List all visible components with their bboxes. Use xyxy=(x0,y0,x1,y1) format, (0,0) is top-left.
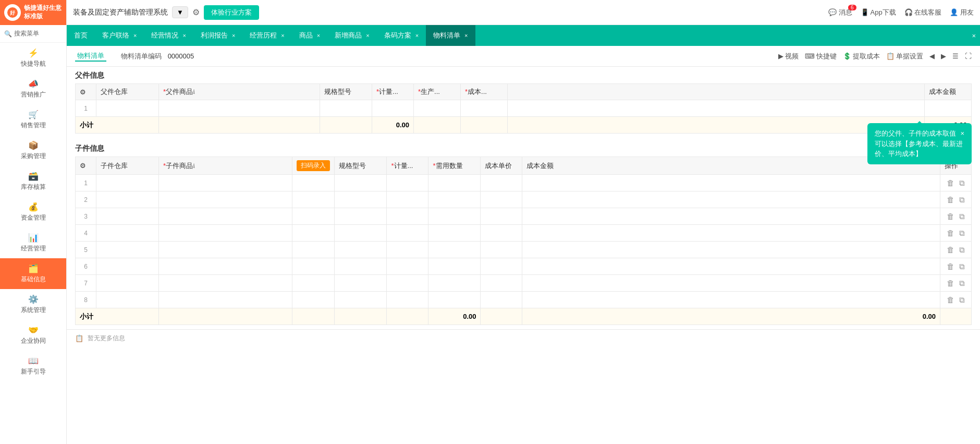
expand-icon[interactable]: ⛶ xyxy=(965,52,972,60)
scan-btn[interactable]: 扫码录入 xyxy=(297,160,330,171)
user-area[interactable]: 👤 用友 xyxy=(950,8,974,17)
tab-customer[interactable]: 客户联络 × xyxy=(95,25,144,46)
child-row-5-goods[interactable] xyxy=(159,242,292,258)
child-row-7-spec[interactable] xyxy=(335,275,387,292)
tab-history-close[interactable]: × xyxy=(281,32,284,39)
child-row-8-delete-btn[interactable]: 🗑 xyxy=(945,295,956,304)
child-row-7-warehouse[interactable] xyxy=(96,275,159,292)
extract-cost-btn[interactable]: 💲 提取成本 xyxy=(843,52,880,61)
tab-home[interactable]: 首页 xyxy=(67,25,95,46)
sidebar-item-operation[interactable]: 📊 经营管理 xyxy=(0,227,66,258)
child-row-2-spec[interactable] xyxy=(335,191,387,208)
parent-row-1-cost[interactable] xyxy=(461,100,508,117)
child-row-5-warehouse[interactable] xyxy=(96,242,159,258)
child-row-3-unit[interactable] xyxy=(387,208,428,225)
child-row-6-spec[interactable] xyxy=(335,258,387,275)
trial-btn[interactable]: 体验行业方案 xyxy=(204,5,259,20)
child-row-2-unit[interactable] xyxy=(387,191,428,208)
child-col-gear[interactable]: ⚙ xyxy=(76,157,96,175)
tab-goods-close[interactable]: × xyxy=(317,32,320,39)
child-row-4-unit[interactable] xyxy=(387,225,428,242)
parent-row-1-unit[interactable] xyxy=(372,100,414,117)
sidebar-item-system[interactable]: ⚙️ 系统管理 xyxy=(0,289,66,320)
close-all-tabs[interactable]: × xyxy=(967,25,980,46)
child-row-4-goods[interactable] xyxy=(159,225,292,242)
child-row-1-unit[interactable] xyxy=(387,175,428,191)
system-selector[interactable]: ▼ xyxy=(172,6,188,18)
tooltip-close-btn[interactable]: × xyxy=(960,128,964,139)
child-row-1-qty[interactable] xyxy=(428,175,481,191)
sidebar-item-guide[interactable]: 📖 新手引导 xyxy=(0,351,66,381)
sidebar-item-inventory[interactable]: 🗃️ 库存核算 xyxy=(0,166,66,197)
child-row-7-qty[interactable] xyxy=(428,275,481,292)
child-row-5-delete-btn[interactable]: 🗑 xyxy=(945,245,956,254)
tab-history[interactable]: 经营历程 × xyxy=(242,25,291,46)
child-row-3-price[interactable] xyxy=(481,208,522,225)
child-row-6-unit[interactable] xyxy=(387,258,428,275)
subtab-bom-code[interactable]: 物料清单编码 0000005 xyxy=(119,52,196,61)
child-row-8-warehouse[interactable] xyxy=(96,292,159,308)
tab-new-goods[interactable]: 新增商品 × xyxy=(327,25,376,46)
parent-row-1-spec[interactable] xyxy=(320,100,372,117)
child-row-8-qty[interactable] xyxy=(428,292,481,308)
child-row-1-copy-btn[interactable]: ⧉ xyxy=(958,178,966,188)
child-row-6-copy-btn[interactable]: ⧉ xyxy=(958,262,966,271)
tab-bom[interactable]: 物料清单 × xyxy=(426,25,475,46)
shortcut-btn[interactable]: ⌨ 快捷键 xyxy=(805,52,837,61)
gear-icon[interactable]: ⚙ xyxy=(192,7,200,17)
child-row-5-qty[interactable] xyxy=(428,242,481,258)
child-row-6-price[interactable] xyxy=(481,258,522,275)
child-row-7-price[interactable] xyxy=(481,275,522,292)
child-row-1-spec[interactable] xyxy=(335,175,387,191)
child-row-1-goods[interactable] xyxy=(159,175,292,191)
child-row-6-warehouse[interactable] xyxy=(96,258,159,275)
child-row-4-copy-btn[interactable]: ⧉ xyxy=(958,229,966,238)
child-row-8-unit[interactable] xyxy=(387,292,428,308)
tab-new-goods-close[interactable]: × xyxy=(366,32,369,39)
child-row-3-copy-btn[interactable]: ⧉ xyxy=(958,212,966,221)
tab-profit[interactable]: 利润报告 × xyxy=(193,25,242,46)
sidebar-item-sales[interactable]: 🛒 销售管理 xyxy=(0,104,66,135)
child-row-7-copy-btn[interactable]: ⧉ xyxy=(958,279,966,288)
sidebar-item-marketing[interactable]: 📣 营销推广 xyxy=(0,74,66,104)
child-row-1-price[interactable] xyxy=(481,175,522,191)
menu-icon[interactable]: ☰ xyxy=(952,52,959,60)
sidebar-item-purchase[interactable]: 📦 采购管理 xyxy=(0,135,66,166)
child-row-4-price[interactable] xyxy=(481,225,522,242)
subtab-bom-list[interactable]: 物料清单 xyxy=(75,51,106,62)
child-row-3-spec[interactable] xyxy=(335,208,387,225)
child-row-3-qty[interactable] xyxy=(428,208,481,225)
child-row-2-goods[interactable] xyxy=(159,191,292,208)
child-row-3-warehouse[interactable] xyxy=(96,208,159,225)
child-row-6-qty[interactable] xyxy=(428,258,481,275)
child-row-5-price[interactable] xyxy=(481,242,522,258)
parent-row-1-warehouse[interactable] xyxy=(96,100,159,117)
child-row-5-spec[interactable] xyxy=(335,242,387,258)
child-row-1-delete-btn[interactable]: 🗑 xyxy=(945,178,956,187)
tab-operation-close[interactable]: × xyxy=(182,32,186,39)
child-row-3-delete-btn[interactable]: 🗑 xyxy=(945,212,956,221)
notifications[interactable]: 💬 6 消息 xyxy=(828,8,852,17)
child-row-1-warehouse[interactable] xyxy=(96,175,159,191)
child-row-7-goods[interactable] xyxy=(159,275,292,292)
child-row-5-unit[interactable] xyxy=(387,242,428,258)
child-row-8-copy-btn[interactable]: ⧉ xyxy=(958,295,966,305)
child-row-6-delete-btn[interactable]: 🗑 xyxy=(945,262,956,271)
child-row-2-warehouse[interactable] xyxy=(96,191,159,208)
child-row-7-delete-btn[interactable]: 🗑 xyxy=(945,279,956,287)
child-row-4-spec[interactable] xyxy=(335,225,387,242)
child-row-2-delete-btn[interactable]: 🗑 xyxy=(945,195,956,204)
video-btn[interactable]: ▶ 视频 xyxy=(778,52,799,61)
tab-barcode-close[interactable]: × xyxy=(415,32,419,39)
tab-barcode[interactable]: 条码方案 × xyxy=(377,25,426,46)
tab-profit-close[interactable]: × xyxy=(232,32,235,39)
parent-col-gear[interactable]: ⚙ xyxy=(76,84,96,100)
parent-row-1-prod[interactable] xyxy=(414,100,461,117)
child-row-7-unit[interactable] xyxy=(387,275,428,292)
sidebar-item-finance[interactable]: 💰 资金管理 xyxy=(0,197,66,227)
child-row-2-qty[interactable] xyxy=(428,191,481,208)
sidebar-item-enterprise[interactable]: 🤝 企业协同 xyxy=(0,320,66,351)
nav-next-btn[interactable]: ▶ xyxy=(941,52,946,60)
tab-goods[interactable]: 商品 × xyxy=(292,25,327,46)
sidebar-item-quick-nav[interactable]: ⚡ 快捷导航 xyxy=(0,43,66,74)
